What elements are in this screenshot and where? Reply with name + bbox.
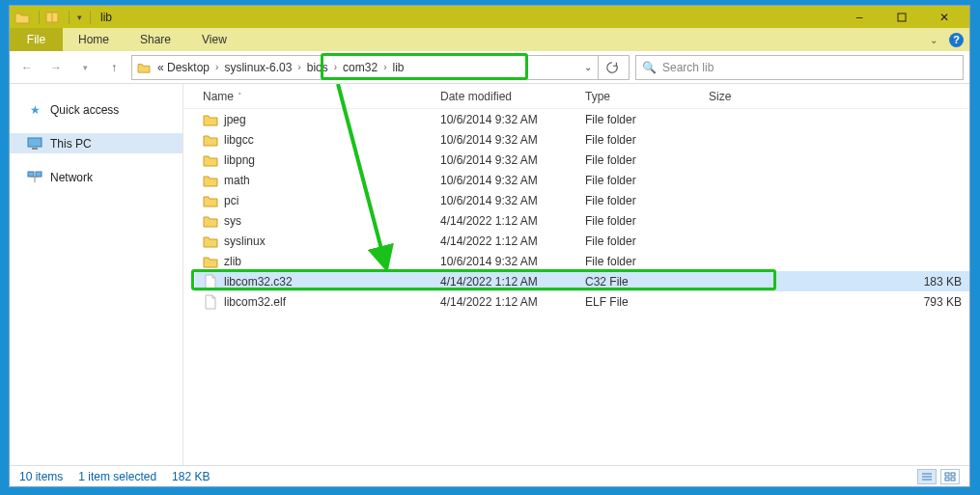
file-name: jpeg [224, 113, 246, 126]
file-rows[interactable]: jpeg10/6/2014 9:32 AMFile folderlibgcc10… [183, 109, 969, 465]
file-date: 10/6/2014 9:32 AM [433, 174, 577, 187]
file-type: File folder [577, 214, 701, 228]
address-history-icon[interactable]: ⌄ [578, 62, 598, 72]
star-icon: ★ [27, 103, 42, 117]
file-size: 793 KB [892, 295, 969, 309]
nav-label: Network [50, 171, 93, 184]
maximize-button[interactable] [881, 6, 923, 28]
system-menu-icon[interactable] [14, 10, 31, 25]
navigation-pane[interactable]: ★ Quick access This PC Network [10, 84, 183, 465]
breadcrumb-prefix[interactable]: « Desktop [152, 56, 215, 79]
qat-customize-icon[interactable]: ▾ [77, 13, 82, 22]
header-size[interactable]: Size [701, 90, 778, 103]
breadcrumb-part-3[interactable]: lib [386, 56, 409, 79]
status-selection-size: 182 KB [172, 470, 210, 483]
ribbon-tabs: File Home Share View ⌄ ? [10, 28, 969, 51]
file-row[interactable]: libcom32.elf4/14/2022 1:12 AMELF File793… [195, 291, 969, 312]
svg-rect-16 [951, 478, 955, 481]
file-tab[interactable]: File [10, 28, 63, 51]
close-button[interactable]: ✕ [923, 6, 966, 28]
search-input[interactable]: 🔍 Search lib [635, 55, 964, 80]
header-name[interactable]: Name ˄ [195, 90, 433, 103]
file-type: File folder [577, 194, 701, 207]
svg-rect-13 [945, 473, 949, 476]
breadcrumb-part-0[interactable]: syslinux-6.03 [218, 56, 297, 79]
refresh-button[interactable] [598, 56, 625, 79]
tab-share[interactable]: Share [125, 28, 186, 51]
file-row[interactable]: jpeg10/6/2014 9:32 AMFile folder [195, 109, 969, 129]
back-button[interactable]: ← [15, 56, 39, 79]
file-date: 10/6/2014 9:32 AM [433, 194, 577, 207]
ribbon-expand-icon[interactable]: ⌄ [930, 35, 938, 45]
file-type: File folder [577, 133, 701, 147]
window-title: lib [100, 11, 112, 24]
up-button[interactable]: ↑ [102, 56, 126, 79]
file-type: File folder [577, 255, 701, 268]
breadcrumb-part-1[interactable]: bios [301, 56, 334, 79]
nav-this-pc[interactable]: This PC [10, 133, 182, 153]
file-row[interactable]: math10/6/2014 9:32 AMFile folder [195, 170, 969, 190]
title-bar[interactable]: ▾ lib – ✕ [10, 6, 969, 28]
svg-rect-3 [28, 138, 42, 147]
file-row[interactable]: zlib10/6/2014 9:32 AMFile folder [195, 251, 969, 271]
sort-ascending-icon: ˄ [238, 92, 242, 101]
recent-locations-button[interactable]: ▾ [73, 56, 97, 79]
file-row[interactable]: sys4/14/2022 1:12 AMFile folder [195, 210, 969, 231]
file-row[interactable]: libcom32.c324/14/2022 1:12 AMC32 File183… [195, 271, 969, 291]
svg-rect-15 [945, 478, 949, 481]
file-icon [203, 294, 218, 310]
file-name: sys [224, 214, 241, 228]
forward-button[interactable]: → [44, 56, 68, 79]
file-name: libcom32.elf [224, 295, 286, 309]
column-headers[interactable]: Name ˄ Date modified Type Size [183, 84, 969, 109]
nav-quick-access[interactable]: ★ Quick access [10, 99, 182, 120]
folder-icon [203, 193, 218, 208]
tab-view[interactable]: View [186, 28, 242, 51]
navigation-bar: ← → ▾ ↑ « Desktop › syslinux-6.03 › bios… [10, 51, 969, 84]
help-icon[interactable]: ? [949, 33, 964, 47]
folder-icon [203, 112, 218, 127]
status-item-count: 10 items [19, 470, 63, 483]
minimize-button[interactable]: – [838, 6, 881, 28]
folder-icon [203, 152, 218, 168]
file-row[interactable]: libgcc10/6/2014 9:32 AMFile folder [195, 129, 969, 150]
header-type[interactable]: Type [577, 90, 701, 103]
file-name: zlib [224, 255, 241, 268]
file-name: math [224, 174, 250, 187]
tab-home[interactable]: Home [63, 28, 125, 51]
file-name: pci [224, 194, 238, 207]
header-date[interactable]: Date modified [433, 90, 577, 103]
file-date: 4/14/2022 1:12 AM [433, 214, 577, 228]
file-type: File folder [577, 113, 701, 126]
search-icon: 🔍 [642, 61, 657, 74]
folder-icon [203, 234, 218, 249]
folder-icon [203, 254, 218, 269]
file-row[interactable]: libpng10/6/2014 9:32 AMFile folder [195, 150, 969, 170]
view-large-icons-button[interactable] [940, 469, 960, 484]
file-name: libcom32.c32 [224, 275, 293, 289]
location-folder-icon [136, 62, 152, 73]
svg-rect-14 [951, 473, 955, 476]
qat-separator [90, 11, 91, 24]
file-date: 10/6/2014 9:32 AM [433, 133, 577, 147]
nav-network[interactable]: Network [10, 167, 182, 187]
header-name-label: Name [203, 90, 234, 103]
qat-separator [39, 11, 40, 24]
file-date: 4/14/2022 1:12 AM [433, 234, 577, 248]
file-row[interactable]: pci10/6/2014 9:32 AMFile folder [195, 190, 969, 210]
qat-properties-icon[interactable] [43, 10, 61, 25]
view-details-button[interactable] [917, 469, 937, 484]
folder-icon [203, 173, 218, 188]
file-row[interactable]: syslinux4/14/2022 1:12 AMFile folder [195, 231, 969, 251]
file-icon [203, 274, 218, 289]
file-type: ELF File [577, 295, 701, 309]
network-icon [27, 171, 42, 184]
file-date: 10/6/2014 9:32 AM [433, 153, 577, 167]
folder-icon [203, 132, 218, 148]
nav-label: This PC [50, 137, 92, 151]
file-name: libgcc [224, 133, 254, 147]
address-bar[interactable]: « Desktop › syslinux-6.03 › bios › com32… [131, 55, 630, 80]
pc-icon [27, 137, 42, 151]
breadcrumb-part-2[interactable]: com32 [337, 56, 383, 79]
file-type: File folder [577, 234, 701, 248]
